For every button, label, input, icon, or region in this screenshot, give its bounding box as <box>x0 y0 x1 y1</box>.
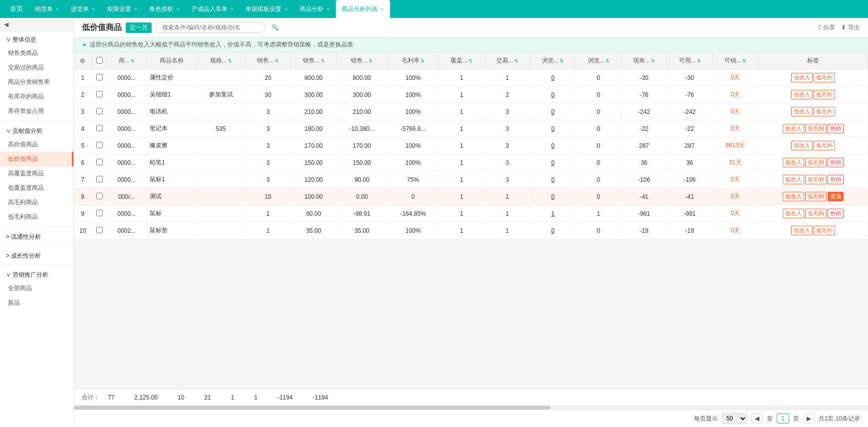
sidebar-collapse-btn[interactable]: ◀ <box>4 21 8 28</box>
close-sales-tab[interactable]: × <box>56 6 59 12</box>
sidebar-item-high-value[interactable]: 高价值商品 <box>0 137 73 152</box>
row-checkbox[interactable] <box>96 210 103 216</box>
row-checkbox[interactable] <box>96 227 103 233</box>
row-browse-count1[interactable]: 0 <box>530 69 576 86</box>
row-checkbox[interactable] <box>96 108 103 114</box>
notice-bar: ✦ 这部分商品的销售收入大幅低于商品平均销售收入，价值不高，可考虑调整营销策略，… <box>74 37 868 52</box>
sidebar-item-new-products[interactable]: 新品 <box>0 296 73 310</box>
row-browse-count1[interactable]: 0 <box>530 86 576 103</box>
nav-permissions[interactable]: 权限设置 × <box>101 0 143 18</box>
row-checkbox-cell[interactable] <box>92 222 107 239</box>
row-checkbox-cell[interactable] <box>92 188 107 205</box>
row-tags: 低收入低毛利热销 <box>758 205 868 222</box>
row-name: 鼠标1 <box>147 171 197 188</box>
sidebar-item-traded-products[interactable]: 交易过的商品 <box>0 60 73 75</box>
row-browse-count1[interactable]: 0 <box>530 154 576 171</box>
per-page-select[interactable]: 50 100 <box>722 413 747 424</box>
row-browse-count1[interactable]: 0 <box>530 171 576 188</box>
row-checkbox[interactable] <box>96 74 103 80</box>
row-tags: 低收入低毛利热销 <box>758 171 868 188</box>
row-browse-count1[interactable]: 0 <box>530 103 576 120</box>
row-trade-count: 3 <box>484 103 530 120</box>
row-checkbox[interactable] <box>96 176 103 182</box>
row-checkbox[interactable] <box>96 91 103 97</box>
row-checkbox-cell[interactable] <box>92 86 107 103</box>
row-checkbox-cell[interactable] <box>92 137 107 154</box>
nav-sales[interactable]: 销货单 × <box>29 0 65 18</box>
table-row: 5 0000... 橡皮擦 3 170.00 170.00 100% 1 3 0… <box>74 137 868 154</box>
row-name: 鼠标 <box>147 205 197 222</box>
sidebar-item-all-products[interactable]: 全部商品 <box>0 281 73 296</box>
col-current-stock: 现有...⇅ <box>621 52 666 69</box>
sidebar-item-high-coverage[interactable]: 高覆盖度商品 <box>0 166 73 181</box>
nav-template-settings[interactable]: 单据模板设置 × <box>239 0 293 18</box>
sidebar-group-flow[interactable]: > 流通性分析 <box>0 229 73 243</box>
close-analysis-list-tab[interactable]: × <box>381 6 384 12</box>
export-button[interactable]: ⬇ 导出 <box>841 23 860 32</box>
row-sale-amt2: 210.00 <box>336 103 387 120</box>
close-purchase-tab[interactable]: × <box>92 6 95 12</box>
row-browse-count1[interactable]: 0 <box>530 222 576 239</box>
nav-purchase[interactable]: 进货单 × <box>65 0 101 18</box>
row-browse-count1[interactable]: 0 <box>530 188 576 205</box>
row-available-stock: -19 <box>667 222 712 239</box>
nav-home[interactable]: 首页 <box>4 0 29 18</box>
row-checkbox[interactable] <box>96 193 103 199</box>
row-browse-count1[interactable]: 0 <box>530 137 576 154</box>
sidebar-group-growth[interactable]: > 成长性分析 <box>0 248 73 262</box>
sidebar-item-low-margin[interactable]: 低毛利商品 <box>0 210 73 224</box>
tag-低收入: 低收入 <box>783 192 804 201</box>
nav-product-analysis[interactable]: 商品分析 × <box>294 0 336 18</box>
row-checkbox-cell[interactable] <box>92 154 107 171</box>
row-checkbox-cell[interactable] <box>92 205 107 222</box>
gear-icon[interactable]: ⚙ <box>80 57 85 64</box>
col-checkbox[interactable] <box>92 52 107 69</box>
table-row: 6 0000... 铅笔1 3 150.00 150.00 100% 1 3 0… <box>74 154 868 171</box>
sidebar-item-stocked-products[interactable]: 有库存的商品 <box>0 89 73 104</box>
row-checkbox-cell[interactable] <box>92 120 107 137</box>
sidebar-item-high-margin[interactable]: 高毛利商品 <box>0 195 73 210</box>
row-name: 橡皮擦 <box>147 137 197 154</box>
sidebar-item-stock-capital[interactable]: 库存资金占用 <box>0 104 73 118</box>
row-sale-qty: 3 <box>245 171 291 188</box>
row-browse-count1[interactable]: 1 <box>530 205 576 222</box>
nav-product-inbound[interactable]: 产成品入库单 × <box>186 0 239 18</box>
close-analysis-tab[interactable]: × <box>327 6 330 12</box>
table-scrollbar[interactable] <box>74 406 868 410</box>
row-checkbox-cell[interactable] <box>92 103 107 120</box>
row-checkbox[interactable] <box>96 142 103 148</box>
top-navigation: 首页 销货单 × 进货单 × 权限设置 × 角色授权 × 产成品入库单 × 单据… <box>0 0 868 18</box>
col-gear[interactable]: ⚙ <box>74 52 92 69</box>
close-roles-tab[interactable]: × <box>176 6 179 12</box>
row-checkbox-cell[interactable] <box>92 171 107 188</box>
nav-product-analysis-list[interactable]: 商品分析列表 × <box>336 0 390 18</box>
row-checkbox[interactable] <box>96 159 103 165</box>
select-all-checkbox[interactable] <box>96 57 103 63</box>
sidebar-item-category-sales-rate[interactable]: 商品分类销售率 <box>0 75 73 89</box>
page-title: 低价值商品 <box>82 22 122 33</box>
row-browse-count1[interactable]: 0 <box>530 120 576 137</box>
row-gross-rate: 100% <box>388 154 439 171</box>
row-browse-count2: 0 <box>576 69 621 86</box>
next-page-btn[interactable]: ▶ <box>803 414 815 424</box>
col-tags: 标签 <box>758 52 868 69</box>
sidebar-item-low-coverage[interactable]: 低覆盖度商品 <box>0 181 73 195</box>
search-input[interactable] <box>156 22 265 33</box>
sidebar-item-low-value[interactable]: 低价值商品 <box>0 152 73 166</box>
tag-低收入: 低收入 <box>783 158 804 167</box>
share-button[interactable]: ⤴ 分享 <box>818 23 835 32</box>
per-page-label: 每页显示 <box>694 415 718 423</box>
table-wrapper[interactable]: ⚙ 商...⇅ 商品名称 规格...⇅ 销售...⇅ 销售...⇅ 销售...⇅… <box>74 52 868 389</box>
row-checkbox-cell[interactable] <box>92 69 107 86</box>
row-sale-amt1: 150.00 <box>291 154 336 171</box>
close-permissions-tab[interactable]: × <box>134 6 137 12</box>
first-page-btn[interactable]: ◀ <box>751 414 763 424</box>
close-product-inbound-tab[interactable]: × <box>230 6 233 12</box>
sidebar-item-sales-products[interactable]: 销售类商品 <box>0 46 73 60</box>
close-template-tab[interactable]: × <box>284 6 287 12</box>
row-checkbox[interactable] <box>96 125 103 131</box>
nav-roles[interactable]: 角色授权 × <box>143 0 185 18</box>
time-badge[interactable]: 近一月 <box>126 22 152 33</box>
search-icon[interactable]: 🔍 <box>271 24 279 31</box>
row-name: 测试 <box>147 188 197 205</box>
